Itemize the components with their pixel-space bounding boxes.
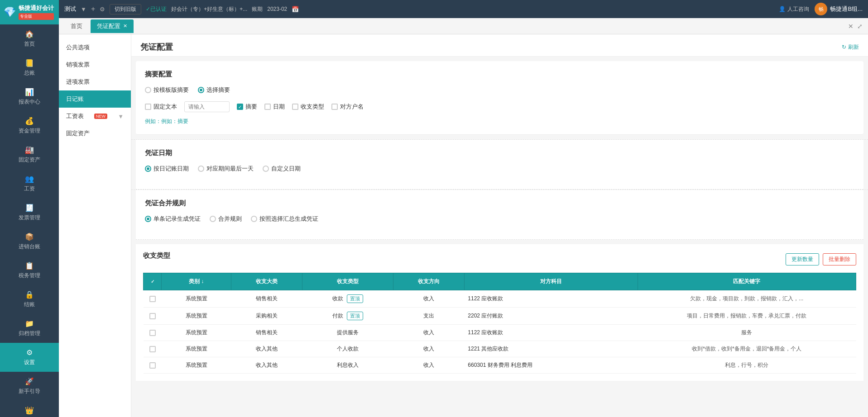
sidebar-item-settings[interactable]: ⚙ 设置 [0, 343, 59, 372]
app-name: 畅捷通好会计 [19, 5, 54, 12]
topbar-period: 2023-02 [267, 6, 287, 12]
checkbox[interactable] [149, 296, 156, 302]
radio-single-record[interactable]: 单条记录生成凭证 [145, 215, 201, 223]
radio-circle [145, 87, 151, 93]
checkbox-summary[interactable]: ✓ 摘要 [237, 103, 257, 111]
radio-merge-circle [210, 216, 216, 222]
update-count-button[interactable]: 更新数量 [786, 253, 819, 265]
row-account: 1122 应收账款 [464, 325, 638, 341]
sidebar-item-invoices[interactable]: 🧾 发票管理 [0, 198, 59, 227]
batch-delete-button[interactable]: 批量删除 [823, 253, 856, 265]
left-nav-diary[interactable]: 日记账 [59, 90, 131, 108]
sidebar-item-archive[interactable]: 📁 归档管理 [0, 314, 59, 343]
left-nav-fixed-assets[interactable]: 固定资产 [59, 125, 131, 142]
sidebar-item-home[interactable]: 🏠 首页 [0, 24, 59, 53]
row-checkbox[interactable] [144, 357, 162, 374]
row-checkbox[interactable] [144, 290, 162, 308]
radio-template-summary[interactable]: 按模板版摘要 [145, 86, 189, 94]
payroll-icon: 👥 [25, 175, 34, 183]
table-header-keywords: 匹配关键字 [638, 273, 856, 290]
checkbox-summary-box: ✓ [237, 104, 243, 110]
radio-summary-generate[interactable]: 按照选择汇总生成凭证 [251, 215, 318, 223]
sidebar-item-closing[interactable]: 🔒 结账 [0, 285, 59, 314]
income-expense-title: 收支类型 [143, 251, 170, 260]
calendar-icon[interactable]: 📅 [292, 6, 299, 13]
table-row: 系统预置 收入其他 个人收款 收入 1221 其他应收款 收到*借款，收到*备用… [144, 341, 856, 357]
left-nav-purchase-invoice[interactable]: 进项发票 [59, 73, 131, 90]
checkbox[interactable] [149, 346, 156, 352]
left-nav-payroll-table[interactable]: 工资表 NEW ▼ [59, 108, 131, 125]
radio-custom-date[interactable]: 自定义日期 [263, 165, 301, 173]
radio-diary-date-circle [145, 166, 151, 172]
row-checkbox[interactable] [144, 325, 162, 341]
row-checkbox[interactable] [144, 341, 162, 357]
checkbox-income-type[interactable]: 收支类型 [292, 103, 324, 111]
sidebar-item-fixed-assets[interactable]: 🏭 固定资产 [0, 140, 59, 169]
row-keywords: 服务 [638, 325, 856, 341]
page-header: 凭证配置 ↻ 刷新 [131, 34, 868, 57]
user-menu[interactable]: 畅 畅捷通B组... [815, 3, 863, 15]
expand-window-icon[interactable]: ⤢ [857, 23, 863, 30]
row-checkbox[interactable] [144, 308, 162, 325]
topbar-settings-icon[interactable]: ⚙ [100, 6, 105, 13]
checkbox[interactable] [149, 313, 156, 319]
sidebar-item-tax[interactable]: 📋 税务管理 [0, 256, 59, 285]
checkbox[interactable] [149, 362, 156, 369]
radio-diary-date[interactable]: 按日记账日期 [145, 165, 189, 173]
tab-voucher-config[interactable]: 凭证配置 ✕ [91, 19, 134, 33]
row-category: 系统预置 [162, 341, 231, 357]
sidebar-item-purchase-sales[interactable]: 📦 进销台账 [0, 227, 59, 256]
tab-home[interactable]: 首页 [64, 19, 89, 33]
radio-custom-circle [263, 166, 269, 172]
radio-merge-rule[interactable]: 合并规则 [210, 215, 242, 223]
topbar-add-icon[interactable]: + [91, 5, 95, 13]
tab-close-icon[interactable]: ✕ [123, 23, 127, 29]
sidebar-item-payroll[interactable]: 👥 工资 [0, 169, 59, 198]
income-expense-table: ✓ 类别 ↓ 收支大类 收支类型 收支方向 对方科目 匹配关键字 系 [143, 273, 856, 374]
table-row: 系统预置 采购相关 付款 置顶 支出 2202 应付账款 项目，日常费用，报销款… [144, 308, 856, 325]
table-action-buttons: 更新数量 批量删除 [786, 253, 856, 265]
tax-icon: 📋 [25, 261, 34, 270]
sidebar-item-guide[interactable]: 🚀 新手引导 [0, 372, 59, 401]
merge-rules-title: 凭证合并规则 [145, 199, 854, 208]
service-button[interactable]: 👤 人工咨询 [779, 5, 809, 13]
sidebar-item-member[interactable]: 👑 畅会员 [0, 401, 59, 417]
member-icon: 👑 [25, 406, 34, 415]
table-header-category: 类别 ↓ [162, 273, 231, 290]
content-wrapper: 公共选项 销项发票 进项发票 日记账 工资表 NEW ▼ 固定资产 [59, 34, 868, 417]
row-account: 1221 其他应收款 [464, 341, 638, 357]
checkbox-date[interactable]: 日期 [264, 103, 285, 111]
topbar-dropdown-icon[interactable]: ▼ [81, 6, 86, 13]
sidebar-item-label: 首页 [24, 40, 35, 48]
row-major-type: 收入其他 [231, 341, 302, 357]
sidebar-item-label: 新手引导 [19, 388, 40, 395]
radio-period-last-day[interactable]: 对应期间最后一天 [198, 165, 254, 173]
table-row: 系统预置 销售相关 提供服务 收入 1122 应收账款 服务 [144, 325, 856, 341]
close-window-icon[interactable]: ✕ [848, 23, 854, 30]
refresh-button[interactable]: ↻ 刷新 [842, 43, 859, 51]
service-icon: 👤 [779, 6, 786, 12]
checkbox[interactable] [149, 330, 156, 336]
invoices-icon: 🧾 [25, 204, 34, 212]
tag-button[interactable]: 置顶 [347, 294, 363, 303]
select-all-checkbox[interactable]: ✓ [149, 279, 156, 285]
switch-version-button[interactable]: 切到旧版 [110, 4, 141, 14]
fixed-text-input[interactable] [184, 101, 230, 112]
left-nav-sales-invoice[interactable]: 销项发票 [59, 56, 131, 73]
sidebar-item-label: 进销台账 [19, 243, 40, 251]
topbar: 测试 ▼ + ⚙ 切到旧版 ✓已认证 好会计（专）+好生意（标）+... 账期 … [59, 0, 868, 18]
checkbox-fixed-text[interactable]: 固定文本 [145, 103, 177, 111]
sidebar-item-reports[interactable]: 📊 报表中心 [0, 82, 59, 111]
archive-icon: 📁 [25, 319, 34, 328]
checkbox-date-box [264, 104, 271, 110]
tag-button[interactable]: 置顶 [347, 312, 363, 320]
sidebar-item-label: 总账 [24, 69, 35, 77]
sidebar-item-funds[interactable]: 💰 资金管理 [0, 111, 59, 140]
user-name: 畅捷通B组... [830, 5, 863, 13]
sidebar-item-general-ledger[interactable]: 📒 总账 [0, 53, 59, 82]
checkbox-counterpart-box [331, 104, 338, 110]
radio-select-summary[interactable]: 选择摘要 [198, 86, 230, 94]
checkbox-counterpart[interactable]: 对方户名 [331, 103, 364, 111]
topbar-info: 好会计（专）+好生意（标）+... [171, 5, 247, 13]
left-nav-public[interactable]: 公共选项 [59, 39, 131, 56]
